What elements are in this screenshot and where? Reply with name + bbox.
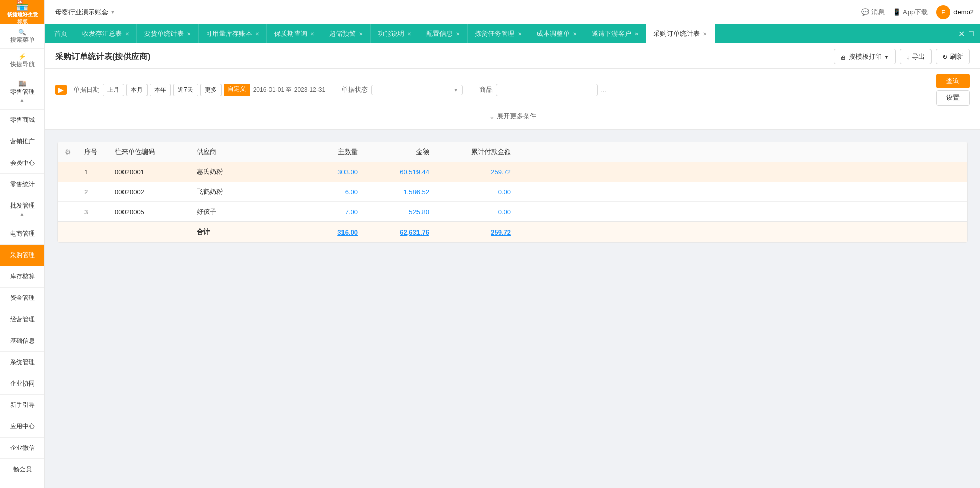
goods-search-input[interactable] <box>500 86 593 94</box>
sidebar-item-enterprise[interactable]: 企业协同 <box>0 373 44 395</box>
table-row: 3 00020005 好孩子 7.00 525.80 0.00 <box>58 202 967 222</box>
sidebar-item-basic[interactable]: 基础信息 <box>0 330 44 352</box>
window-maximize-icon[interactable]: □ <box>969 29 974 38</box>
tab-label: 邀请下游客户 <box>592 29 631 38</box>
nav-tabs: 首页 收发存汇总表 ✕ 要货单统计表 ✕ 可用量库存账本 ✕ 保质期查询 ✕ 超… <box>45 24 980 43</box>
more-options-icon[interactable]: ... <box>601 86 606 94</box>
messages-button[interactable]: 💬 消息 <box>861 8 885 17</box>
sidebar-item-quicknav[interactable]: ⚡ 快捷导航 <box>0 49 44 73</box>
print-button[interactable]: 🖨 按模板打印 ▼ <box>834 49 896 64</box>
sidebar-item-retail-stat[interactable]: 零售统计 <box>0 174 44 195</box>
tab-close-icon[interactable]: ✕ <box>518 31 522 37</box>
tab-shelf-life[interactable]: 保质期查询 ✕ <box>267 24 322 43</box>
tab-invite-downstream[interactable]: 邀请下游客户 ✕ <box>584 24 646 43</box>
logo-sub: 标版 <box>17 18 28 25</box>
date-btn-this-month[interactable]: 本月 <box>126 84 148 96</box>
tab-purchase-summary[interactable]: 要货单统计表 ✕ <box>137 24 199 43</box>
filter-actions: 查询 设置 <box>936 74 970 106</box>
topbar-right: 💬 消息 📱 App下载 E demo2 <box>861 5 974 19</box>
date-btn-last-month[interactable]: 上月 <box>103 84 124 96</box>
sidebar-item-member[interactable]: 会员中心 <box>0 152 44 174</box>
sidebar-item-marketing[interactable]: 营销推广 <box>0 131 44 152</box>
sidebar-item-label: 快捷导航 <box>3 60 41 69</box>
search-button[interactable]: 查询 <box>936 74 970 88</box>
tab-close-icon[interactable]: ✕ <box>255 31 259 37</box>
filter-collapse[interactable]: ▶ <box>55 85 67 95</box>
tab-close-icon[interactable]: ✕ <box>634 31 639 37</box>
retail-icon: 🏬 <box>18 80 26 87</box>
tab-overstock[interactable]: 超储预警 ✕ <box>322 24 371 43</box>
window-close-icon[interactable]: ✕ <box>958 29 965 39</box>
cell-qty[interactable]: 6.00 <box>303 182 364 202</box>
tab-close-icon[interactable]: ✕ <box>359 31 363 37</box>
tab-receive-summary[interactable]: 收发存汇总表 ✕ <box>75 24 137 43</box>
sidebar-item-newguide[interactable]: 新手引导 <box>0 395 44 416</box>
chevron-down-icon: ▼ <box>110 9 115 15</box>
sidebar-item-retail-mall[interactable]: 零售商城 <box>0 110 44 131</box>
sidebar-item-inventory[interactable]: 库存核算 <box>0 266 44 288</box>
cell-qty[interactable]: 303.00 <box>303 162 364 182</box>
tab-close-icon[interactable]: ✕ <box>125 31 129 37</box>
export-button[interactable]: ↓ 导出 <box>900 49 932 64</box>
tab-label: 收发存汇总表 <box>82 29 122 38</box>
tab-close-icon[interactable]: ✕ <box>703 31 707 37</box>
tab-close-icon[interactable]: ✕ <box>310 31 314 37</box>
sidebar-item-label: 会员中心 <box>10 159 35 167</box>
sidebar-item-retail[interactable]: 🏬 零售管理 ▲ <box>0 73 44 110</box>
column-settings-icon[interactable]: ⚙ <box>65 148 71 156</box>
status-select[interactable]: ▼ <box>371 85 463 95</box>
tab-home[interactable]: 首页 <box>47 24 75 43</box>
cell-paid[interactable]: 0.00 <box>435 202 517 222</box>
tab-close-icon[interactable]: ✕ <box>456 31 460 37</box>
tab-label: 可用量库存账本 <box>206 29 252 38</box>
collapse-icon[interactable]: ▶ <box>55 85 67 95</box>
expand-more-button[interactable]: ⌄ 展开更多条件 <box>489 109 536 124</box>
cell-paid[interactable]: 259.72 <box>435 162 517 182</box>
table-footer: 合计 316.00 62,631.76 259.72 <box>58 222 967 242</box>
tab-task-mgmt[interactable]: 拣货任务管理 ✕ <box>468 24 529 43</box>
tab-close-icon[interactable]: ✕ <box>187 31 191 37</box>
sidebar-item-wholesale[interactable]: 批发管理 ▲ <box>0 195 44 223</box>
cell-code: 00020002 <box>109 182 190 202</box>
messages-label: 消息 <box>871 8 885 17</box>
app-download-button[interactable]: 📱 App下载 <box>893 8 928 17</box>
account-dropdown[interactable]: 母婴行业演示账套 ▼ <box>51 6 119 19</box>
sidebar-item-operations[interactable]: 经营管理 <box>0 309 44 330</box>
sidebar-item-search[interactable]: 🔍 搜索菜单 <box>0 24 44 49</box>
sidebar-item-wechat[interactable]: 企业微信 <box>0 438 44 459</box>
sidebar-item-finance[interactable]: 资金管理 <box>0 288 44 309</box>
sidebar-item-label: 经营管理 <box>10 315 35 324</box>
date-btn-this-year[interactable]: 本年 <box>150 84 171 96</box>
goods-input[interactable] <box>496 84 598 96</box>
cell-amount[interactable]: 525.80 <box>364 202 435 222</box>
date-btn-more[interactable]: 更多 <box>200 84 222 96</box>
sidebar-item-appcenter[interactable]: 应用中心 <box>0 416 44 438</box>
tab-close-icon[interactable]: ✕ <box>407 31 411 37</box>
sidebar-item-system[interactable]: 系统管理 <box>0 352 44 373</box>
sidebar-item-label: 新手引导 <box>10 401 35 409</box>
date-btn-7days[interactable]: 近7天 <box>173 84 198 96</box>
cell-paid[interactable]: 0.00 <box>435 182 517 202</box>
tab-function-desc[interactable]: 功能说明 ✕ <box>371 24 419 43</box>
tab-close-icon[interactable]: ✕ <box>573 31 577 37</box>
sidebar-item-label: 库存核算 <box>10 272 35 281</box>
sidebar-item-ecommerce[interactable]: 电商管理 <box>0 223 44 245</box>
tab-config-info[interactable]: 配置信息 ✕ <box>419 24 468 43</box>
refresh-label: 刷新 <box>950 52 963 61</box>
tab-available-inventory[interactable]: 可用量库存账本 ✕ <box>199 24 267 43</box>
cell-amount[interactable]: 1,586.52 <box>364 182 435 202</box>
sidebar-item-vip[interactable]: 畅会员 <box>0 459 44 480</box>
settings-button[interactable]: 设置 <box>936 90 970 106</box>
main-content: 母婴行业演示账套 ▼ 💬 消息 📱 App下载 E demo2 首页 收发存汇总… <box>45 0 980 488</box>
sidebar-item-label: 企业微信 <box>10 444 35 452</box>
sidebar-item-purchase[interactable]: 采购管理 <box>0 245 44 266</box>
cell-qty[interactable]: 7.00 <box>303 202 364 222</box>
tab-label: 拣货任务管理 <box>475 29 514 38</box>
tab-cost-adjust[interactable]: 成本调整单 ✕ <box>529 24 584 43</box>
sidebar-item-label: 零售统计 <box>10 180 35 189</box>
refresh-button[interactable]: ↻ 刷新 <box>936 49 970 64</box>
user-menu[interactable]: E demo2 <box>936 5 974 19</box>
tab-purchase-order-summary[interactable]: 采购订单统计表 ✕ <box>646 24 715 43</box>
col-amount: 金额 <box>364 142 435 162</box>
cell-amount[interactable]: 60,519.44 <box>364 162 435 182</box>
